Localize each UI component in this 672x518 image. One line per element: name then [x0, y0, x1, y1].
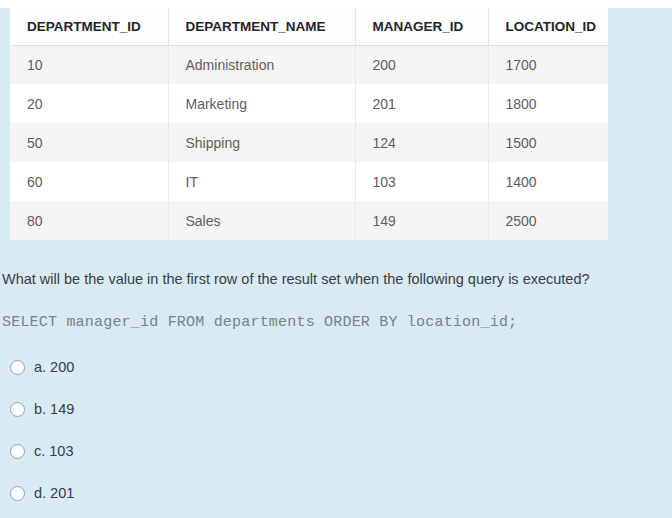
- table-cell: 20: [10, 84, 168, 123]
- table-cell: 60: [10, 162, 168, 201]
- departments-table: DEPARTMENT_IDDEPARTMENT_NAMEMANAGER_IDLO…: [10, 8, 608, 240]
- table-row: 20Marketing2011800: [10, 84, 608, 123]
- answer-option[interactable]: a. 200: [0, 346, 672, 388]
- table-cell: Marketing: [168, 84, 355, 123]
- table-cell: Administration: [168, 45, 355, 84]
- radio-button-icon[interactable]: [10, 444, 25, 459]
- table-cell: Shipping: [168, 123, 355, 162]
- table-cell: 80: [10, 201, 168, 240]
- radio-button-icon[interactable]: [10, 360, 25, 375]
- sql-query-text: SELECT manager_id FROM departments ORDER…: [2, 313, 672, 333]
- option-label: a. 200: [34, 359, 74, 375]
- answer-options: a. 200b. 149c. 103d. 201: [0, 346, 672, 514]
- answer-option[interactable]: c. 103: [0, 430, 672, 472]
- table-cell: 1500: [488, 123, 608, 162]
- table-cell: 201: [355, 84, 488, 123]
- table-cell: 103: [355, 162, 488, 201]
- table-cell: 200: [355, 45, 488, 84]
- option-label: c. 103: [34, 443, 74, 459]
- table-cell: 1700: [488, 45, 608, 84]
- table-cell: Sales: [168, 201, 355, 240]
- table-cell: IT: [168, 162, 355, 201]
- table-row: 80Sales1492500: [10, 201, 608, 240]
- option-label: d. 201: [34, 485, 74, 501]
- column-header: LOCATION_ID: [488, 8, 608, 45]
- table-cell: 149: [355, 201, 488, 240]
- departments-table-card: DEPARTMENT_IDDEPARTMENT_NAMEMANAGER_IDLO…: [10, 8, 608, 240]
- column-header: MANAGER_ID: [355, 8, 488, 45]
- table-row: 10Administration2001700: [10, 45, 608, 84]
- radio-button-icon[interactable]: [10, 486, 25, 501]
- answer-option[interactable]: b. 149: [0, 388, 672, 430]
- quiz-question-page: DEPARTMENT_IDDEPARTMENT_NAMEMANAGER_IDLO…: [0, 8, 672, 518]
- table-cell: 2500: [488, 201, 608, 240]
- table-cell: 1400: [488, 162, 608, 201]
- table-row: 50Shipping1241500: [10, 123, 608, 162]
- radio-button-icon[interactable]: [10, 402, 25, 417]
- table-cell: 1800: [488, 84, 608, 123]
- question-text: What will be the value in the first row …: [2, 269, 672, 289]
- answer-option[interactable]: d. 201: [0, 472, 672, 514]
- column-header: DEPARTMENT_NAME: [168, 8, 355, 45]
- table-cell: 10: [10, 45, 168, 84]
- table-header-row: DEPARTMENT_IDDEPARTMENT_NAMEMANAGER_IDLO…: [10, 8, 608, 45]
- table-row: 60IT1031400: [10, 162, 608, 201]
- table-cell: 124: [355, 123, 488, 162]
- table-cell: 50: [10, 123, 168, 162]
- column-header: DEPARTMENT_ID: [10, 8, 168, 45]
- option-label: b. 149: [34, 401, 74, 417]
